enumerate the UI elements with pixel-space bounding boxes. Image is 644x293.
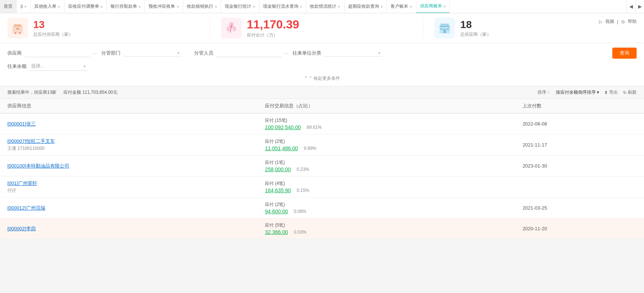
amount-value-4[interactable]: 94,600.00 [265, 208, 288, 214]
nav-tab-supplier-account[interactable]: 供应商账本× [416, 0, 450, 13]
stat-payable-suppliers: 13 总应付供应商（家） [7, 18, 210, 38]
svg-point-7 [232, 26, 236, 31]
payable-cell-2: 应付 (1笔)258,000.000.23% [258, 156, 515, 176]
dept-select[interactable]: ▾ [123, 50, 182, 56]
last-payment-cell-4: 2021-03-25 [515, 198, 644, 218]
amount-value-1[interactable]: 11,051,486.00 [265, 145, 298, 151]
supplier-sub-3: 仔仔 [7, 187, 250, 194]
nav-tab-cash-bank-stats[interactable]: 现金银行统计× [221, 0, 259, 13]
stat-total-suppliers-number: 18 [460, 19, 491, 31]
nav-tab-customer-account[interactable]: 客户账本× [387, 0, 416, 13]
svg-point-6 [227, 26, 230, 31]
payable-cell-3: 应付 (4笔)164,635.900.15% [258, 176, 515, 198]
nav-tab-receivable-adjust[interactable]: 应收应付调整单× [64, 0, 107, 13]
amount-value-0[interactable]: 100,092,540.00 [265, 124, 301, 130]
supplier-dots-icon[interactable]: ··· [92, 50, 97, 56]
divider: | [617, 19, 618, 24]
close-tab-overdue-query[interactable]: × [381, 4, 383, 9]
category-select[interactable]: ▾ [323, 50, 382, 56]
nav-tab-other-income[interactable]: 其他收入单× [31, 0, 64, 13]
last-payment-cell-0: 2022-08-08 [515, 113, 644, 134]
collapse-bar[interactable]: ⌃ ⌃ 收起更多条件 [7, 74, 637, 83]
nav-tab-collection-stats[interactable]: 收款情况统计× [306, 0, 344, 13]
stat-payable-amount-number: 11,170.39 [247, 18, 299, 31]
stat-payable-amount: 11,170.39 应付合计（万） [210, 18, 423, 38]
stat-payable-amount-label: 应付合计（万） [247, 32, 299, 38]
result-summary: 搜索结果中，供应商13家 应付金额 111,703,854.00元 [7, 89, 118, 96]
supplier-link-2[interactable]: [000100]本特勤油品有限公司 [7, 163, 69, 169]
payable-cell-0: 应付 (15笔)100,092,540.0089.61% [258, 113, 515, 134]
refresh-button[interactable]: ↻ 刷新 [623, 89, 637, 96]
nav-tab-home[interactable]: 首页 [0, 0, 17, 13]
payable-label-4: 应付 (2笔) [265, 201, 508, 208]
result-text1: 搜索结果中，供应商13家 [7, 90, 56, 95]
nav-tab-bank-deposit[interactable]: 银行存取款单× [107, 0, 145, 13]
col-supplier-info: 供应商信息 [0, 99, 258, 113]
stat-payable-suppliers-label: 总应付供应商（家） [33, 31, 73, 38]
close-tab-other-income[interactable]: × [58, 4, 60, 9]
close-tab-supplier-account[interactable]: × [444, 4, 446, 8]
percent-value-2: 0.23% [297, 167, 309, 172]
percent-value-5: 0.03% [294, 230, 306, 235]
close-tab-bank-deposit[interactable]: × [139, 4, 141, 9]
nav-arrow-left[interactable]: ◀ [626, 0, 635, 13]
supplier-link-3[interactable]: [001]广州荣轩 [7, 180, 37, 186]
percent-value-1: 9.89% [304, 146, 316, 151]
supplier-cell-2: [000100]本特勤油品有限公司 [0, 156, 258, 176]
supplier-input[interactable] [24, 49, 90, 57]
sort-value[interactable]: 按应付余额倒序排序 ▾ [556, 89, 599, 96]
supplier-link-0[interactable]: [000001]张三 [7, 121, 36, 127]
category-chevron-icon: ▾ [378, 51, 380, 55]
svg-rect-1 [14, 24, 21, 27]
filter-person: 分管人员 ··· [194, 49, 288, 57]
result-text2: 应付金额 111,703,854.00元 [63, 90, 118, 95]
close-tab-customer-account[interactable]: × [410, 4, 412, 9]
nav-tab-collection-verify[interactable]: 收款核销执行× [183, 0, 221, 13]
percent-value-3: 0.15% [297, 188, 309, 193]
supplier-cell-5: [000002]李四 [0, 218, 258, 239]
close-tab-advance-collection[interactable]: × [176, 4, 179, 9]
close-tab-cash-bank-flow[interactable]: × [300, 4, 302, 9]
col-last-payment: 上次付数 [515, 99, 644, 113]
grain-icon [221, 18, 242, 38]
supplier-link-4[interactable]: [000012]广州贝瑞 [7, 205, 45, 211]
stats-row: 13 总应付供应商（家） 11,170.39 应付合计（万） [0, 13, 644, 43]
amount-value-5[interactable]: 32,366.00 [265, 229, 288, 235]
help-link[interactable]: 帮助 [628, 18, 637, 25]
filter-balance-label: 往来余额 [7, 63, 27, 70]
svg-point-3 [15, 32, 16, 34]
amount-value-2[interactable]: 258,000.00 [265, 166, 291, 172]
supplier-cell-1: [000007]恒旺二手叉车王通 17106110000 [0, 134, 258, 156]
person-input[interactable] [216, 49, 282, 57]
last-payment-cell-2: 2023-01-30 [515, 156, 644, 176]
supplier-link-1[interactable]: [000007]恒旺二手叉车 [7, 138, 55, 144]
supplier-link-5[interactable]: [000002]李四 [7, 226, 36, 231]
nav-tab-cash-bank-flow[interactable]: 现金银行流水查询× [259, 0, 306, 13]
nav-arrow-right[interactable]: ▶ [635, 0, 644, 13]
export-button[interactable]: ⬆ 导出 [604, 89, 618, 96]
amount-value-3[interactable]: 164,635.90 [265, 187, 291, 193]
video-link[interactable]: 视频 [605, 18, 614, 25]
close-tab-collection-verify[interactable]: × [215, 4, 217, 9]
sort-chevron-icon: ▾ [597, 90, 599, 95]
close-tab-cash-bank-stats[interactable]: × [253, 4, 255, 9]
filter-supplier: 供应商 ··· [7, 49, 97, 57]
search-button[interactable]: 查询 [612, 48, 637, 59]
result-bar: 搜索结果中，供应商13家 应付金额 111,703,854.00元 排序： 按应… [0, 86, 644, 99]
close-tab-tab1[interactable]: × [24, 4, 27, 9]
close-tab-receivable-adjust[interactable]: × [101, 4, 103, 9]
nav-tab-overdue-query[interactable]: 超期应收款查询× [344, 0, 387, 13]
table-row: [000012]广州贝瑞应付 (2笔)94,600.000.08%2021-03… [0, 198, 644, 218]
supplier-cell-0: [000001]张三 [0, 113, 258, 134]
stat-total-suppliers-content: 18 总供应商（家） [460, 19, 491, 38]
close-tab-collection-stats[interactable]: × [338, 4, 340, 9]
col-payable-info: 应付交易信息（占比） [258, 99, 515, 113]
result-separator [58, 90, 62, 95]
balance-select[interactable]: 选择... ▾ [29, 62, 88, 71]
person-dots-icon[interactable]: ··· [284, 50, 288, 56]
payable-label-1: 应付 (2笔) [265, 138, 508, 145]
nav-tab-tab1[interactable]: 3× [17, 0, 31, 13]
nav-tab-advance-collection[interactable]: 预收冲应收单× [145, 0, 183, 13]
balance-chevron-icon: ▾ [84, 64, 85, 68]
sort-value-text: 按应付余额倒序排序 [556, 90, 596, 95]
